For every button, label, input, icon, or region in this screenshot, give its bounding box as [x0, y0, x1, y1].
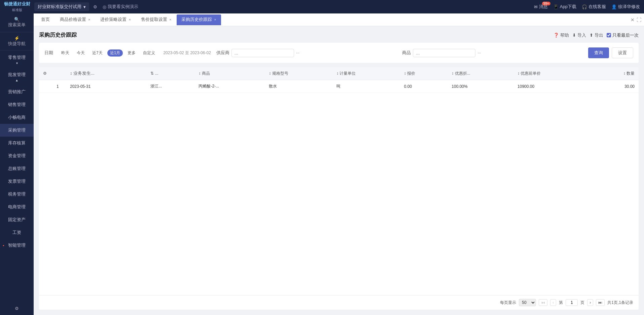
- sidebar-item-fixed-assets[interactable]: 固定资产: [0, 213, 34, 226]
- th-product[interactable]: ↕ 商品: [194, 67, 265, 80]
- headset-icon: 🎧: [582, 4, 587, 9]
- sidebar-item-sales[interactable]: 销售管理: [0, 98, 34, 111]
- th-price[interactable]: ↕ 报价: [400, 67, 448, 80]
- td-date: 2023-05-31: [66, 80, 146, 93]
- sidebar-item-marketing[interactable]: 营销推广: [0, 85, 34, 98]
- sidebar-item-ecommerce[interactable]: 电商管理: [0, 201, 34, 213]
- per-page-select[interactable]: 50 100 200: [519, 299, 536, 306]
- sidebar-item-label: 小畅电商: [8, 114, 26, 120]
- sidebar-settings-btn[interactable]: ⚙: [0, 302, 34, 315]
- first-page-btn[interactable]: ⏮: [539, 299, 547, 306]
- page-header: 采购历史价跟踪 ❓ 帮助 ⬇ 导入 ⬆ 导出: [39, 32, 639, 39]
- top-bar: 畅捷通好业财 标准版 好业财标准版交付试用 ▾ ⚙ ◎ 我要看实例演示 ✉ 消息…: [0, 0, 644, 13]
- sidebar-item-label: 批发管理: [8, 72, 26, 78]
- product-more-btn[interactable]: ···: [477, 50, 481, 55]
- date-option-yesterday[interactable]: 昨天: [59, 49, 72, 57]
- sidebar-item-invoice[interactable]: 发票管理: [0, 175, 34, 188]
- td-price: 0.00: [400, 80, 448, 93]
- export-btn[interactable]: ⬆ 导出: [589, 32, 603, 38]
- tab-purchase-history[interactable]: 采购历史价跟踪 ×: [177, 14, 221, 25]
- sidebar-item-label: 营销推广: [8, 89, 26, 95]
- settings-icon[interactable]: ⚙: [93, 4, 97, 9]
- message-badge: 99+: [542, 2, 550, 5]
- table-row: 1 2023-05-31 浙江... 丙烯酸-2-... 散水 吨 0.00 1…: [39, 80, 639, 93]
- table-scroll[interactable]: ⚙ ↕ 业务发生... ⇅ ... ↕ 商品 ↕ 规格型号 ↕ 计量单位 ↕ 报…: [39, 67, 639, 295]
- filter-actions: 查询 设置: [588, 47, 633, 58]
- top-bar-right: ✉ 消息 99+ 📱 App下载 🎧 在线客服 👤 徐泽华修改: [534, 4, 640, 10]
- sidebar-item-label: 固定资产: [8, 217, 26, 223]
- per-page-label: 每页显示: [500, 300, 516, 306]
- logo-sub-text: 标准版: [12, 8, 22, 12]
- only-last-checkbox-label[interactable]: 只看最后一次: [607, 32, 639, 38]
- supplier-input[interactable]: [231, 49, 294, 57]
- sidebar-search[interactable]: 🔍 搜索菜单: [0, 13, 34, 31]
- sidebar-item-retail[interactable]: 零售管理 ▾: [0, 51, 34, 68]
- help-btn[interactable]: ❓ 帮助: [553, 32, 569, 38]
- supplier-more-btn[interactable]: ···: [296, 50, 299, 55]
- tab-purchase-strategy-close[interactable]: ×: [129, 18, 131, 22]
- sidebar-item-small-ecommerce[interactable]: 小畅电商: [0, 111, 34, 124]
- sidebar-divider-1: [0, 32, 34, 32]
- th-unit[interactable]: ↕ 计量单位: [332, 67, 400, 80]
- tab-sale-price-close[interactable]: ×: [169, 18, 171, 22]
- sidebar-item-label: 资金管理: [8, 153, 26, 159]
- tab-sale-price[interactable]: 售价提取设置 ×: [136, 14, 176, 25]
- sidebar-item-purchase[interactable]: 采购管理: [0, 124, 34, 137]
- filter-settings-button[interactable]: 设置: [612, 47, 633, 58]
- filter-row-date: 日期 昨天 今天 近7天 近1月 更多 自定义 2023-05-02 至 202…: [44, 47, 633, 58]
- import-icon: ⬇: [572, 33, 576, 38]
- th-date[interactable]: ↕ 业务发生...: [66, 67, 146, 80]
- only-last-checkbox[interactable]: [607, 33, 611, 37]
- gear-icon: ⚙: [15, 306, 19, 311]
- last-page-btn[interactable]: ⏭: [596, 299, 605, 306]
- page-title: 采购历史价跟踪: [39, 32, 77, 39]
- tab-home-label: 首页: [41, 16, 50, 23]
- date-option-7days[interactable]: 近7天: [90, 49, 105, 57]
- sidebar-item-payroll[interactable]: 工资: [0, 226, 34, 239]
- th-more[interactable]: ⇅ ...: [146, 67, 194, 80]
- app-download-label: App下载: [560, 4, 576, 10]
- app-download-btn[interactable]: 📱 App下载: [553, 4, 576, 10]
- edition-selector[interactable]: 好业财标准版交付试用 ▾: [34, 2, 89, 11]
- page-number-input[interactable]: [566, 299, 578, 306]
- th-spec[interactable]: ↕ 规格型号: [265, 67, 332, 80]
- filter-area: 日期 昨天 今天 近7天 近1月 更多 自定义 2023-05-02 至 202…: [39, 43, 639, 63]
- date-option-custom[interactable]: 自定义: [140, 49, 158, 57]
- tab-purchase-history-close[interactable]: ×: [214, 18, 216, 22]
- date-option-today[interactable]: 今天: [74, 49, 87, 57]
- tab-price-close[interactable]: ×: [88, 18, 90, 22]
- sidebar-nav[interactable]: ⚡ 快捷导航: [0, 33, 34, 49]
- tab-home[interactable]: 首页: [36, 14, 55, 25]
- th-before-discount[interactable]: ↕ 优惠前单价: [513, 67, 591, 80]
- import-btn[interactable]: ⬇ 导入: [572, 32, 586, 38]
- sidebar-item-general-ledger[interactable]: 总账管理: [0, 162, 34, 175]
- close-window-icon[interactable]: ✕: [631, 17, 635, 23]
- product-input[interactable]: [413, 49, 475, 57]
- query-button[interactable]: 查询: [588, 47, 609, 58]
- product-filter-label: 商品: [402, 50, 411, 56]
- th-quantity[interactable]: ↕ 数量: [591, 67, 639, 80]
- tab-purchase-history-label: 采购历史价跟踪: [181, 16, 212, 23]
- online-service-btn[interactable]: 🎧 在线客服: [582, 4, 606, 10]
- tab-purchase-strategy[interactable]: 进价策略设置 ×: [96, 14, 135, 25]
- next-page-btn[interactable]: ›: [587, 299, 593, 306]
- th-discount[interactable]: ↕ 优惠折...: [448, 67, 513, 80]
- sidebar-item-tax[interactable]: 税务管理: [0, 188, 34, 201]
- sidebar-search-label: 搜索菜单: [3, 22, 31, 28]
- date-option-more[interactable]: 更多: [125, 49, 138, 57]
- th-seq: [52, 67, 66, 80]
- date-option-1month[interactable]: 近1月: [107, 49, 123, 57]
- user-menu[interactable]: 👤 徐泽华修改: [611, 4, 640, 10]
- message-btn[interactable]: ✉ 消息 99+: [534, 4, 548, 10]
- sidebar-item-label: 零售管理: [8, 55, 26, 61]
- demo-btn[interactable]: ◎ 我要看实例演示: [103, 4, 138, 10]
- prev-page-btn[interactable]: ‹: [550, 299, 556, 306]
- sidebar-item-wholesale[interactable]: 批发管理 ▲: [0, 68, 34, 85]
- sidebar-item-finance[interactable]: 资金管理: [0, 149, 34, 162]
- tab-price[interactable]: 商品价格设置 ×: [55, 14, 95, 25]
- maximize-icon[interactable]: ⛶: [637, 17, 641, 23]
- th-gear[interactable]: ⚙: [39, 67, 52, 80]
- sidebar-item-smart-mgmt[interactable]: 智能管理: [0, 239, 34, 252]
- sidebar-item-inventory[interactable]: 库存核算: [0, 137, 34, 149]
- data-table: ⚙ ↕ 业务发生... ⇅ ... ↕ 商品 ↕ 规格型号 ↕ 计量单位 ↕ 报…: [39, 67, 639, 93]
